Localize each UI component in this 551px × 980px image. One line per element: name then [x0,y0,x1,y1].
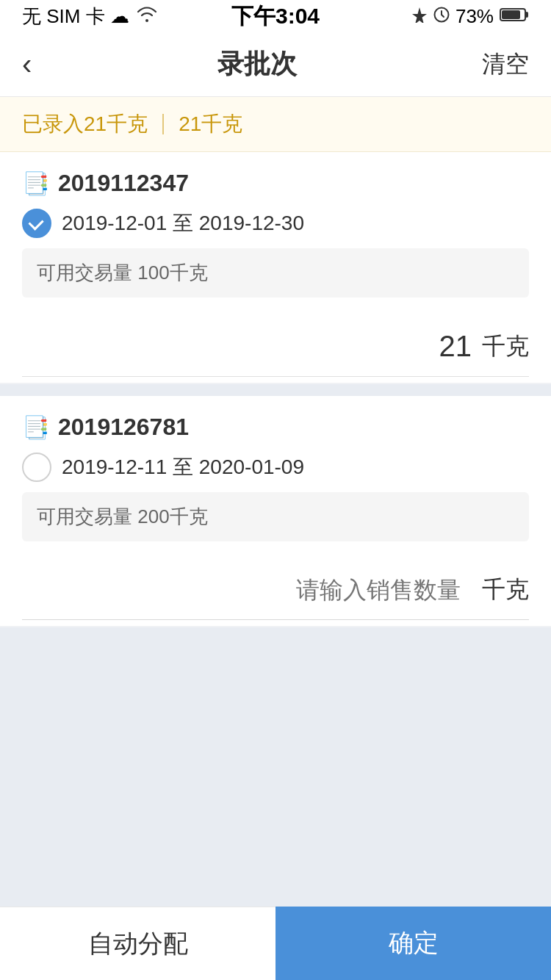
status-bar-time: 下午3:04 [231,1,320,32]
svg-rect-3 [502,10,520,19]
sim-label: 无 SIM 卡 ☁ [22,4,129,29]
battery-label: 73% [455,5,494,28]
recorded-label: 已录入21千克 [22,110,148,138]
status-bar: 无 SIM 卡 ☁ 下午3:04 7 [0,0,551,32]
clock-icon [433,5,450,28]
banner-divider [162,114,164,134]
section-separator [0,384,551,396]
wifi-icon [137,5,157,28]
page-title: 录批次 [217,46,297,82]
batch1-availability: 可用交易量 100千克 [22,248,529,298]
location-icon [411,5,428,28]
batch1-icon: 📑 [22,170,49,196]
batch1-quantity-value: 21 [439,330,472,363]
batch2-date-row[interactable]: 2019-12-11 至 2020-01-09 [0,448,551,492]
batch2-quantity-input[interactable] [22,577,472,604]
status-bar-left: 无 SIM 卡 ☁ [22,4,157,29]
svg-rect-2 [525,12,528,18]
status-bar-right: 73% [411,5,529,28]
batch2-date: 2019-12-11 至 2020-01-09 [62,453,304,481]
batch2-quantity-row[interactable]: 千克 [0,561,551,619]
batch2-header: 📑 2019126781 [0,396,551,448]
batch2-icon: 📑 [22,414,49,440]
auto-assign-button[interactable]: 自动分配 [0,907,276,980]
batch2-availability: 可用交易量 200千克 [22,492,529,541]
batch1-radio[interactable] [22,209,51,238]
batch-item-2: 📑 2019126781 2019-12-11 至 2020-01-09 可用交… [0,396,551,626]
batch1-number: 2019112347 [58,170,189,197]
batch-item-1: 📑 2019112347 2019-12-01 至 2019-12-30 可用交… [0,152,551,383]
clear-button[interactable]: 清空 [482,48,529,81]
bottom-bar: 自动分配 确定 [0,907,551,980]
battery-icon [500,5,529,28]
batch1-unit: 千克 [482,331,529,363]
batch1-quantity-row: 21 千克 [0,317,551,376]
nav-bar: ‹ 录批次 清空 [0,32,551,97]
info-banner: 已录入21千克 21千克 [0,97,551,152]
back-button[interactable]: ‹ [22,48,32,81]
total-label: 21千克 [179,110,242,138]
batch2-number: 2019126781 [58,414,189,441]
batch1-header: 📑 2019112347 [0,152,551,204]
empty-area [0,627,551,907]
batch2-radio[interactable] [22,453,51,482]
batch1-date-row[interactable]: 2019-12-01 至 2019-12-30 [0,204,551,248]
confirm-button[interactable]: 确定 [276,907,551,980]
batch1-date: 2019-12-01 至 2019-12-30 [62,209,304,237]
batch2-unit: 千克 [482,574,529,606]
